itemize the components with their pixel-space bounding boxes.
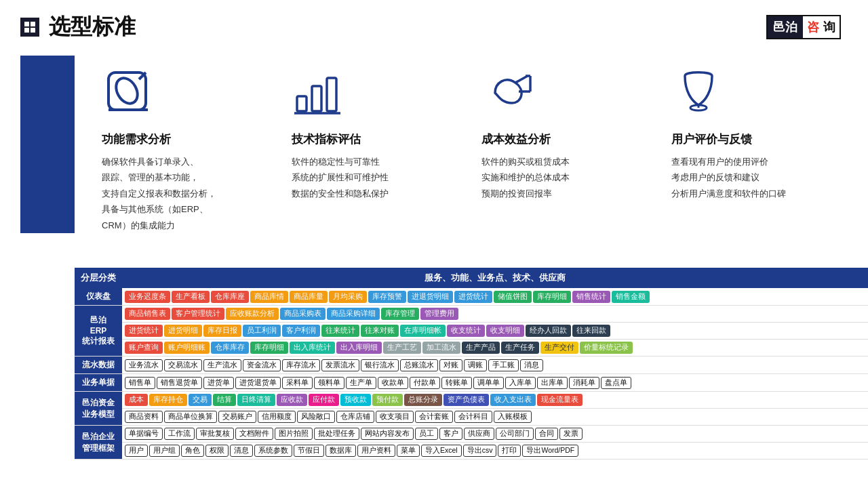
criteria-title-tech: 技术指标评估 (292, 131, 454, 147)
tag: 库存明细 (250, 342, 288, 354)
top-section: 功能需求分析 确保软件具备订单录入、跟踪、管理的基本功能，支持自定义报表和数据分… (0, 56, 868, 233)
tag: 发票 (559, 428, 583, 440)
tag: 交易流水 (164, 359, 202, 371)
tag: 结算 (213, 394, 236, 406)
tag: 系统参数 (254, 445, 292, 457)
tag: 导出csv (463, 445, 497, 457)
tag: 收支明细 (486, 325, 524, 337)
criteria-desc-func: 确保软件具备订单录入、跟踪、管理的基本功能，支持自定义报表和数据分析，具备与其他… (102, 154, 264, 233)
tag: 打印 (498, 445, 521, 457)
tag: 总账流水 (400, 359, 438, 371)
table-row: 流水数据业务流水交易流水生产流水资金流水库存流水发票流水银行流水总账流水对账调账… (75, 357, 868, 374)
tag: 商品销售表 (125, 308, 170, 320)
tag: 经办人回款 (526, 325, 571, 337)
tag: 总账分录 (404, 394, 442, 406)
tag: 仓库店铺 (336, 411, 374, 423)
table-row: 用户用户组角色权限清息系统参数节假日数据库用户资料菜单导入Excel导出csv打… (75, 443, 868, 460)
tag: 入账模板 (494, 411, 532, 423)
tag: 单据编号 (125, 428, 163, 440)
row-tags: 商品资料商品单位换算交易账户信用额度风险敞口仓库店铺收支项目会计套账会计科目入账… (122, 409, 868, 426)
tag: 生产工艺 (383, 342, 421, 354)
row-label: 仪表盘 (75, 288, 122, 306)
tag: 日终清算 (237, 394, 275, 406)
tag: 数据库 (326, 445, 356, 457)
tag: 网站内容发布 (361, 428, 414, 440)
tag: 清息 (230, 445, 253, 457)
tag: 客户管理统计 (172, 308, 224, 320)
tag: 收入支出表 (490, 394, 536, 406)
table-row: 商品资料商品单位换算交易账户信用额度风险敞口仓库店铺收支项目会计套账会计科目入账… (75, 409, 868, 426)
svg-rect-3 (31, 28, 35, 33)
criteria-title-func: 功能需求分析 (102, 131, 264, 147)
table-row: 仪表盘业务迟度条生产看板仓库库座商品库情商品库量月均采购库存预警进退货明细进货统… (75, 288, 868, 306)
tag: 生产产品 (462, 342, 500, 354)
table-header: 分层分类 服务、功能、业务点、技术、供应商 (75, 268, 868, 288)
tag: 出库单 (537, 377, 568, 389)
logo-part3: 询 (823, 16, 840, 38)
criteria-desc-user: 查看现有用户的使用评价考虑用户的反馈和建议分析用户满意度和软件的口碑 (671, 154, 834, 201)
tag: 进货明细 (164, 325, 202, 337)
tag: 储值饼图 (494, 291, 532, 303)
page-title: 选型标准 (49, 12, 136, 42)
tag: 客户利润 (282, 325, 320, 337)
tag: 调单单 (473, 377, 504, 389)
tag: 业务迟度条 (125, 291, 170, 303)
tag: 应收款 (277, 394, 307, 406)
row-tags: 用户用户组角色权限清息系统参数节假日数据库用户资料菜单导入Excel导出csv打… (122, 443, 868, 460)
tag: 盘点单 (601, 377, 631, 389)
tag: 会计科目 (454, 411, 492, 423)
data-table: 分层分类 服务、功能、业务点、技术、供应商 仪表盘业务迟度条生产看板仓库库座商品… (75, 268, 868, 460)
tag: 生产单 (346, 377, 376, 389)
tag: 出入库统计 (290, 342, 335, 354)
tag: 客户 (439, 428, 462, 440)
tag: 交易 (189, 394, 212, 406)
func-icon (102, 66, 156, 120)
tag: 预收款 (340, 394, 371, 406)
header-left: 选型标准 (20, 12, 136, 42)
svg-rect-10 (327, 78, 336, 111)
table-body: 仪表盘业务迟度条生产看板仓库库座商品库情商品库量月均采购库存预警进退货明细进货统… (75, 288, 868, 460)
table-row: 业务单据销售单销售退货单进货单进货退货单采料单领料单生产单收款单付款单转账单调单… (75, 374, 868, 392)
tag: 出入库明细 (336, 342, 382, 354)
tag: 往来回款 (572, 325, 610, 337)
tag: 发票流水 (321, 359, 359, 371)
tag: 销售统计 (572, 291, 610, 303)
tag: 手工账 (488, 359, 519, 371)
tag: 销售退货单 (157, 377, 202, 389)
tag: 公司部门 (496, 428, 534, 440)
row-tags: 销售单销售退货单进货单进货退货单采料单领料单生产单收款单付款单转账单调单单入库单… (122, 374, 868, 392)
tag: 生产交付 (540, 342, 578, 354)
tag: 月均采购 (329, 291, 367, 303)
icon-area-cost (481, 62, 644, 123)
svg-rect-8 (297, 96, 307, 111)
tag: 领料单 (314, 377, 344, 389)
tag: 供应商 (464, 428, 494, 440)
tag: 信用额度 (258, 411, 296, 423)
tag: 采料单 (282, 377, 313, 389)
tag: 库存流水 (282, 359, 320, 371)
tag: 生产流水 (203, 359, 241, 371)
tag: 商品采购表 (280, 308, 326, 320)
tag: 用户组 (149, 445, 180, 457)
tag: 用户资料 (357, 445, 395, 457)
row-tags: 商品销售表客户管理统计应收账款分析商品采购表商品采购详细库存管理管理费用 (122, 306, 868, 323)
tag: 加工流水 (422, 342, 460, 354)
tag: 应收账款分析 (226, 308, 279, 320)
cost-icon (481, 66, 536, 120)
tag: 收款单 (378, 377, 408, 389)
table-row: 邑泊ERP统计报表商品销售表客户管理统计应收账款分析商品采购表商品采购详细库存管… (75, 306, 868, 323)
criteria-item-tech: 技术指标评估 软件的稳定性与可靠性系统的扩展性和可维护性数据的安全性和隐私保护 (278, 56, 468, 233)
tag: 对账 (439, 359, 462, 371)
row-tags: 账户查询账户明细账仓库库存库存明细出入库统计出入库明细生产工艺加工流水生产产品生… (122, 340, 868, 357)
tag: 生产看板 (172, 291, 210, 303)
tag: 应付款 (309, 394, 339, 406)
tag: 在库明细帐 (400, 325, 446, 337)
tag: 导出Word/PDF (522, 445, 578, 457)
icon-area-tech (292, 62, 454, 123)
tag: 商品单位换算 (164, 411, 217, 423)
tag: 生产任务 (501, 342, 539, 354)
tech-icon (292, 66, 346, 120)
row-tags: 进货统计进货明细库存日报员工利润客户利润往来统计往来对账在库明细帐收支统计收支明… (122, 323, 868, 340)
tag: 用户 (125, 445, 148, 457)
tag: 进货统计 (125, 325, 163, 337)
